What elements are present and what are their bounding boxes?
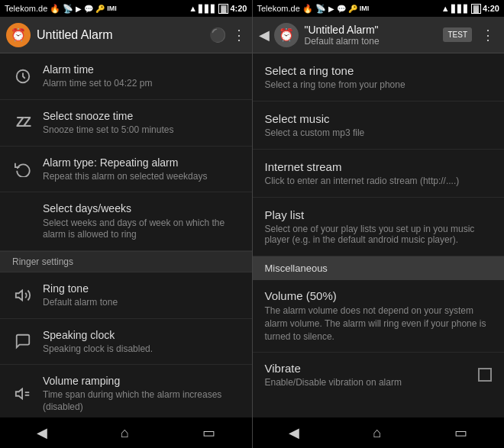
alarm-time-title: Alarm time bbox=[43, 63, 240, 76]
vol-ramp-icon bbox=[12, 383, 34, 404]
flame-icon: 🔥 bbox=[50, 4, 60, 14]
calendar-icon bbox=[12, 211, 34, 232]
speaker-icon bbox=[12, 285, 34, 306]
status-bar-right-right: ▲ ▋▋▋ ▓ 4:20 bbox=[441, 4, 499, 14]
speaking-clock-title: Speaking clock bbox=[43, 328, 240, 342]
carrier-left: Telekom.de bbox=[5, 4, 47, 13]
wifi-icon-left: ▲ bbox=[189, 4, 197, 13]
svg-marker-2 bbox=[16, 389, 22, 399]
vibrate-subtitle: Enable/Disable vibration on alarm bbox=[265, 377, 402, 388]
imei-icon: IMI bbox=[107, 5, 117, 12]
recent-btn-left[interactable]: ▭ bbox=[190, 418, 228, 447]
time-right: 4:20 bbox=[483, 4, 499, 13]
back-btn-right[interactable]: ◀ bbox=[276, 418, 312, 447]
vibrate-title: Vibrate bbox=[265, 362, 402, 375]
alarm-type-item[interactable]: Alarm type: Repeating alarm Repeat this … bbox=[0, 147, 252, 193]
key-icon: 🔑 bbox=[95, 5, 105, 13]
volume-ramp-item[interactable]: Volume ramping Time span during which th… bbox=[0, 365, 252, 417]
overflow-menu-left[interactable]: ⋮ bbox=[232, 27, 246, 44]
internet-stream-subtitle: Click to enter an internet radio stream … bbox=[265, 176, 493, 186]
battery-right: ▓ bbox=[471, 4, 481, 14]
ringer-section-header: Ringer settings bbox=[0, 251, 252, 272]
select-ringtone-subtitle: Select a ring tone from your phone bbox=[265, 79, 493, 90]
select-music-subtitle: Select a custom mp3 file bbox=[265, 127, 493, 138]
alarm-type-subtitle: Repeat this alarm on selected weekdays bbox=[43, 171, 240, 183]
carrier-right: Telekom.de bbox=[257, 4, 300, 13]
top-bar-actions-left: ⚫ ⋮ bbox=[209, 27, 246, 44]
clock-icon bbox=[12, 66, 34, 87]
settings-list-left: Alarm time Alarm time set to 04:22 pm ZZ… bbox=[0, 53, 252, 417]
home-btn-right[interactable]: ⌂ bbox=[360, 419, 393, 447]
ring-tone-item[interactable]: Ring tone Default alarm tone bbox=[0, 272, 252, 319]
snooze-icon: ZZ bbox=[12, 112, 34, 134]
screen-subtitle-right: Default alarm tone bbox=[305, 36, 444, 47]
cast-icon-r: 📡 bbox=[315, 4, 326, 14]
nav-bar-left: ◀ ⌂ ▭ bbox=[0, 417, 252, 448]
ringtone-list: Select a ring tone Select a ring tone fr… bbox=[253, 53, 505, 417]
cast-icon: 📡 bbox=[63, 4, 73, 14]
speaking-clock-item[interactable]: Speaking clock Speaking clock is disable… bbox=[0, 319, 252, 366]
vibrate-item[interactable]: Vibrate Enable/Disable vibration on alar… bbox=[253, 353, 505, 397]
vol-ramp-title: Volume ramping bbox=[43, 374, 240, 388]
home-btn-left[interactable]: ⌂ bbox=[108, 419, 141, 447]
select-days-item[interactable]: Select days/weeks Select weeks and days … bbox=[0, 192, 252, 250]
right-screen: Telekom.de 🔥 📡 ▶ 💬 🔑 IMI ▲ ▋▋▋ ▓ 4:20 ◀ … bbox=[253, 0, 505, 448]
fwd-icon-r: ▶ bbox=[328, 5, 334, 13]
left-screen: Telekom.de 🔥 📡 ▶ 💬 🔑 IMI ▲ ▋▋▋ ▓ 4:20 ⏰ … bbox=[0, 0, 252, 448]
repeat-icon bbox=[12, 158, 34, 179]
alarm-type-title: Alarm type: Repeating alarm bbox=[43, 156, 240, 169]
status-bar-right-info: ▲ ▋▋▋ ▓ 4:20 bbox=[189, 4, 247, 14]
select-days-subtitle: Select weeks and days of week on which t… bbox=[43, 218, 240, 241]
snooze-time-item[interactable]: ZZ Select snooze time Snooze time set to… bbox=[0, 100, 252, 147]
ring-tone-title: Ring tone bbox=[43, 282, 240, 295]
volume-subtitle: The alarm volume does not depend on your… bbox=[265, 305, 493, 343]
screen-title-left: Untitled Alarm bbox=[37, 28, 209, 42]
alarm-icon-left: ⏰ bbox=[6, 23, 31, 47]
top-bar-actions-right: TEST ⋮ bbox=[443, 24, 498, 47]
status-bar-left: Telekom.de 🔥 📡 ▶ 💬 🔑 IMI ▲ ▋▋▋ ▓ 4:20 bbox=[0, 0, 252, 17]
screen-title-right: "Untitled Alarm" bbox=[305, 24, 444, 36]
key-icon-r: 🔑 bbox=[348, 5, 357, 13]
misc-header-right: Miscellaneous bbox=[253, 256, 505, 280]
internet-stream-item[interactable]: Internet stream Click to enter an intern… bbox=[253, 150, 505, 198]
alarm-time-subtitle: Alarm time set to 04:22 pm bbox=[43, 78, 240, 90]
playlist-title: Play list bbox=[265, 208, 493, 221]
battery-left: ▓ bbox=[218, 4, 228, 14]
status-bar-right-left: Telekom.de 🔥 📡 ▶ 💬 🔑 IMI bbox=[257, 4, 370, 14]
nav-bar-right: ◀ ⌂ ▭ bbox=[253, 417, 505, 448]
volume-item[interactable]: Volume (50%) The alarm volume does not d… bbox=[253, 280, 505, 353]
circle-btn-left[interactable]: ⚫ bbox=[209, 27, 226, 44]
wa-icon-r: 💬 bbox=[337, 5, 346, 13]
flame-icon-r: 🔥 bbox=[302, 4, 313, 14]
fwd-icon: ▶ bbox=[76, 5, 82, 13]
status-bar-right: Telekom.de 🔥 📡 ▶ 💬 🔑 IMI ▲ ▋▋▋ ▓ 4:20 bbox=[253, 0, 505, 17]
wifi-icon-right: ▲ bbox=[441, 4, 450, 13]
signal-bars-left: ▋▋▋ bbox=[199, 5, 217, 13]
playlist-subtitle: Select one of your play lists you set up… bbox=[265, 224, 493, 245]
vol-ramp-subtitle: Time span during which the alarm increas… bbox=[43, 389, 240, 413]
select-days-title: Select days/weeks bbox=[43, 201, 240, 215]
select-music-item[interactable]: Select music Select a custom mp3 file bbox=[253, 102, 505, 150]
vibrate-checkbox[interactable] bbox=[478, 368, 492, 382]
status-bar-left-info: Telekom.de 🔥 📡 ▶ 💬 🔑 IMI bbox=[5, 4, 117, 14]
test-button[interactable]: TEST bbox=[443, 27, 472, 42]
chat-icon bbox=[12, 330, 34, 352]
back-icon-right[interactable]: ◀ bbox=[259, 27, 270, 44]
back-btn-left[interactable]: ◀ bbox=[24, 418, 60, 447]
recent-btn-right[interactable]: ▭ bbox=[442, 418, 480, 447]
snooze-time-title: Select snooze time bbox=[43, 109, 240, 123]
svg-marker-1 bbox=[16, 290, 22, 300]
select-ringtone-item[interactable]: Select a ring tone Select a ring tone fr… bbox=[253, 53, 505, 102]
internet-stream-title: Internet stream bbox=[265, 160, 493, 173]
overflow-menu-right[interactable]: ⋮ bbox=[478, 24, 498, 47]
ring-tone-subtitle: Default alarm tone bbox=[43, 297, 240, 309]
playlist-item[interactable]: Play list Select one of your play lists … bbox=[253, 198, 505, 256]
signal-bars-right: ▋▋▋ bbox=[451, 5, 470, 13]
select-music-title: Select music bbox=[265, 112, 493, 125]
alarm-time-item[interactable]: Alarm time Alarm time set to 04:22 pm bbox=[0, 53, 252, 100]
time-left: 4:20 bbox=[230, 4, 247, 13]
top-bar-right: ◀ ⏰ "Untitled Alarm" Default alarm tone … bbox=[253, 17, 505, 53]
select-ringtone-title: Select a ring tone bbox=[265, 64, 493, 77]
volume-title: Volume (50%) bbox=[265, 289, 493, 302]
snooze-time-subtitle: Snooze time set to 5:00 minutes bbox=[43, 124, 240, 137]
